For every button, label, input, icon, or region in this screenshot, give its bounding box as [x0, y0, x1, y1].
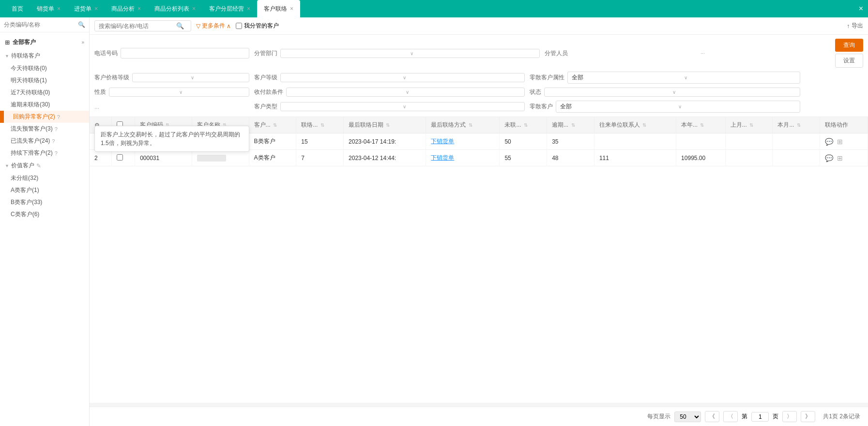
close-product-list-icon[interactable]: × [192, 5, 196, 12]
close-all-button[interactable]: × [859, 4, 863, 13]
sidebar-pending-group[interactable]: ▼ 待联络客户 [0, 49, 89, 62]
collapse-sidebar-icon[interactable]: » [81, 40, 84, 45]
nav-product-analysis-list[interactable]: 商品分析列表 × [148, 0, 202, 17]
col-unit-contact: 往来单位联系人 ⇅ [594, 117, 676, 133]
customer-type-chev-icon: ∨ [403, 104, 521, 109]
my-customer-checkbox[interactable] [236, 23, 242, 29]
nav-home[interactable]: 首页 [5, 0, 30, 17]
row2-action-icons: 💬 ⊞ [825, 154, 863, 162]
col-last-method: 最后联络方式 ⇅ [426, 117, 500, 133]
my-customer-checkbox-wrap[interactable]: 我分管的客户 [236, 22, 279, 30]
dept-select[interactable]: ∨ [280, 49, 540, 58]
nav-customer-segmentation[interactable]: 客户分层经营 × [202, 0, 257, 17]
sidebar-item-repurchase[interactable]: 回购异常客户(2) ? [0, 111, 89, 123]
sidebar-item-class-b[interactable]: B类客户(33) [0, 196, 89, 208]
nav-sales-order[interactable]: 销货单 × [30, 0, 67, 17]
page-number-input[interactable] [751, 412, 769, 422]
filter-phone: 电话号码 [94, 48, 249, 59]
pagination-bar: 每页显示 50 100 200 《 〈 第 页 〉 》 共1页 2条记录 [90, 407, 868, 426]
sidebar-item-declining[interactable]: 持续下滑客户(2) ? [0, 147, 89, 159]
row2-more-icon[interactable]: ⊞ [837, 154, 843, 162]
row2-checkbox-input[interactable] [117, 154, 123, 161]
sort-overdue-icon: ⇅ [571, 122, 575, 128]
filter-dept: 分管部门 ∨ [254, 49, 540, 58]
prev-page-button[interactable]: 〈 [723, 411, 738, 422]
customer-search-icon[interactable]: 🔍 [176, 22, 184, 29]
status-select[interactable]: ∨ [544, 88, 800, 97]
payment-select[interactable]: ∨ [286, 88, 525, 97]
gender-select[interactable]: ∨ [109, 88, 249, 97]
lost-info-icon[interactable]: ? [52, 138, 55, 144]
customer-level-select[interactable]: ∨ [280, 73, 525, 82]
repurchase-info-icon[interactable]: ? [57, 114, 60, 120]
value-edit-icon[interactable]: ✎ [36, 162, 41, 169]
price-level-select[interactable]: ∨ [132, 73, 249, 82]
sidebar-item-class-a[interactable]: A类客户(1) [0, 184, 89, 196]
row1-chat-icon[interactable]: 💬 [825, 138, 833, 146]
retail-attr-select[interactable]: 全部 ∨ [567, 72, 800, 84]
customer-type-select[interactable]: ∨ [280, 102, 525, 111]
filter-area: 电话号码 分管部门 ∨ 分管人员 ··· [90, 35, 868, 117]
more-filter-button[interactable]: ▽ 更多条件 ∧ [196, 22, 231, 30]
table-area: ⚙ 客户编码 ⇅ 客户名称 ⇅ [90, 117, 868, 403]
customer-search-input[interactable] [99, 23, 176, 29]
row1-this-month [773, 133, 820, 150]
sort-unit-contact-icon: ⇅ [642, 122, 646, 128]
nav-customer-contact[interactable]: 客户联络 × [257, 0, 300, 17]
row1-more-icon[interactable]: ⊞ [837, 138, 843, 146]
last-page-button[interactable]: 》 [801, 411, 815, 422]
sidebar-item-tomorrow[interactable]: 明天待联络(1) [0, 74, 89, 87]
search-bar: 🔍 ▽ 更多条件 ∧ 我分管的客户 ↑ 导出 [90, 17, 868, 35]
next-page-button[interactable]: 〉 [782, 411, 797, 422]
first-page-button[interactable]: 《 [705, 411, 719, 422]
query-button[interactable]: 查询 [835, 39, 863, 52]
sidebar-item-today[interactable]: 今天待联络(0) [0, 62, 89, 74]
declining-info-icon[interactable]: ? [55, 150, 58, 156]
more-dots-icon[interactable]: ... [94, 103, 99, 110]
col-type: 客户... ⇅ [249, 117, 296, 133]
customer-level-chev-icon: ∨ [403, 75, 521, 80]
sidebar-all-customers[interactable]: ⊞ 全部客户 » [0, 35, 89, 49]
close-contact-icon[interactable]: × [290, 5, 293, 12]
col-last-date: 最后联络日期 ⇅ [344, 117, 426, 133]
sidebar-item-7days[interactable]: 近7天待联络(0) [0, 87, 89, 99]
loss-warning-info-icon[interactable]: ? [55, 126, 58, 132]
close-segmentation-icon[interactable]: × [247, 5, 250, 12]
close-sales-order-icon[interactable]: × [57, 5, 61, 12]
row2-code: 000031 [135, 150, 192, 166]
person-select[interactable]: ··· [571, 49, 830, 58]
row2-this-month [773, 150, 820, 166]
row2-chat-icon[interactable]: 💬 [825, 154, 833, 162]
row2-unit-contact: 111 [594, 150, 676, 166]
sidebar-item-ungrouped[interactable]: 未分组(32) [0, 172, 89, 184]
row1-contact-count: 15 [296, 133, 344, 150]
sidebar-search-icon[interactable]: 🔍 [78, 21, 85, 28]
horizontal-scrollbar[interactable] [90, 403, 868, 407]
filter-row-2: 客户价格等级 ∨ 客户等级 ∨ 零散客户属性 全部 [94, 72, 863, 84]
page-size-select[interactable]: 50 100 200 [674, 411, 701, 422]
nav-purchase-order[interactable]: 进货单 × [67, 0, 105, 17]
person-more-icon[interactable]: ··· [700, 50, 826, 56]
sidebar-item-class-c[interactable]: C类客户(6) [0, 208, 89, 220]
row2-method-link[interactable]: 下销货单 [431, 154, 454, 161]
nav-product-analysis[interactable]: 商品分析 × [105, 0, 148, 17]
row2-checkbox [111, 150, 135, 166]
close-product-analysis-icon[interactable]: × [137, 5, 141, 12]
close-purchase-icon[interactable]: × [94, 5, 98, 12]
top-nav: 首页 销货单 × 进货单 × 商品分析 × 商品分析列表 × 客户分层经营 × … [0, 0, 868, 17]
sidebar-value-group[interactable]: ▼ 价值客户 ✎ [0, 159, 89, 172]
row1-method-link[interactable]: 下销货单 [431, 138, 454, 145]
export-button[interactable]: ↑ 导出 [847, 22, 863, 30]
sort-uncontacted-icon: ⇅ [524, 122, 528, 128]
row1-uncontacted: 50 [500, 133, 547, 150]
col-this-month: 本月... ⇅ [773, 117, 820, 133]
sidebar-item-overdue[interactable]: 逾期未联络(30) [0, 99, 89, 111]
sidebar-item-lost[interactable]: 已流失客户(24) ? [0, 135, 89, 147]
row2-name [192, 150, 249, 166]
sidebar-search-input[interactable] [4, 21, 78, 28]
phone-input[interactable] [121, 48, 249, 59]
filter-icon: ▽ [196, 23, 200, 29]
settings-button[interactable]: 设置 [835, 54, 863, 68]
retail-customer-select[interactable]: 全部 ∨ [556, 101, 800, 113]
sidebar-item-loss-warning[interactable]: 流失预警客户(3) ? [0, 123, 89, 135]
